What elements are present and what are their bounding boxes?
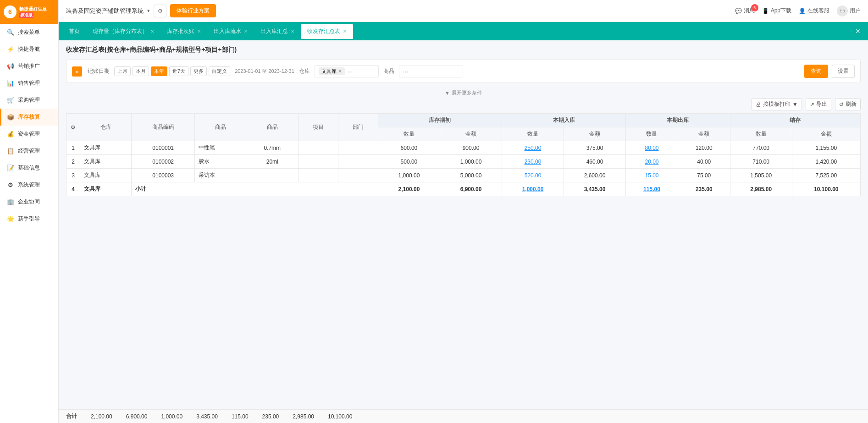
row-spec — [246, 169, 299, 182]
row-out-amt: 40.00 — [678, 155, 730, 169]
query-button[interactable]: 查询 — [804, 65, 828, 78]
total-out-qty: 115.00 — [232, 413, 249, 420]
row-in-qty[interactable]: 250.00 — [502, 141, 564, 155]
filter-panel: » 记账日期 上月 本月 本年 近7天 更多 自定义 2023-01-01 至 … — [66, 60, 861, 83]
tab-inventory-dist[interactable]: 现存量（库存分布表） ✕ — [86, 24, 160, 39]
main-area: 装备及固定资产辅助管理系统 ▾ ⚙ 体验行业方案 💬 消息 6 📱 App下载 … — [59, 0, 868, 423]
col-spec-header: 商品 — [246, 114, 299, 141]
sidebar-item-search[interactable]: 🔍 搜索菜单 — [0, 24, 58, 41]
row-out-amt: 120.00 — [678, 141, 730, 155]
row-close-qty: 770.00 — [730, 141, 792, 155]
app-download-button[interactable]: 📱 App下载 — [762, 7, 791, 15]
date-btn-last-month[interactable]: 上月 — [114, 66, 131, 76]
sidebar-item-enterprise[interactable]: 🏢 企业协同 — [0, 193, 58, 210]
tab-close-icon[interactable]: ✕ — [244, 29, 248, 34]
header-right: 💬 消息 6 📱 App下载 👤 在线客服 Ea 用户 — [735, 5, 861, 16]
date-btn-this-month[interactable]: 本月 — [133, 66, 149, 76]
table-settings-icon[interactable]: ⚙ — [71, 124, 76, 131]
filter-settings-button[interactable]: 设置 — [832, 65, 855, 78]
row-project — [299, 155, 338, 169]
experience-button[interactable]: 体验行业方案 — [170, 4, 216, 17]
sidebar-item-marketing[interactable]: 📢 营销推广 — [0, 58, 58, 75]
finance-icon: 💰 — [7, 131, 14, 137]
total-open-qty: 2,100.00 — [91, 413, 112, 420]
row-name: 中性笔 — [195, 141, 246, 155]
row-out-qty[interactable]: 20.00 — [626, 155, 678, 169]
total-label: 合计 — [66, 412, 77, 420]
page-title: 收发存汇总表(按仓库+商品编码+商品+规格型号+项目+部门) — [66, 46, 861, 54]
row-in-qty[interactable]: 230.00 — [502, 155, 564, 169]
total-open-amt: 6,900.00 — [126, 413, 148, 420]
row-spec: 20ml — [246, 155, 299, 169]
product-filter-field[interactable]: ··· — [399, 66, 463, 77]
warehouse-more-icon[interactable]: ··· — [348, 68, 353, 75]
date-btn-more[interactable]: 更多 — [190, 66, 207, 76]
subtotal-out-qty[interactable]: 115.00 — [626, 182, 678, 196]
tab-inout-summary[interactable]: 出入库汇总 ✕ — [254, 24, 301, 39]
subtotal-label: 小计 — [132, 182, 378, 196]
tab-home[interactable]: 首页 — [62, 24, 86, 39]
col-in-qty-header: 数量 — [502, 127, 564, 141]
tab-bar-close-icon[interactable]: ✕ — [851, 26, 864, 37]
sidebar-item-base-info[interactable]: 📝 基础信息 — [0, 159, 58, 176]
search-icon: 🔍 — [7, 29, 14, 36]
row-code: 0100002 — [132, 155, 195, 169]
header-left: 装备及固定资产辅助管理系统 ▾ ⚙ 体验行业方案 — [66, 4, 216, 17]
col-project-header: 项目 — [299, 114, 338, 141]
export-button[interactable]: ↗ 导出 — [806, 98, 831, 110]
export-icon: ↗ — [810, 101, 814, 108]
warehouse-filter-field[interactable]: 文具库 ✕ ··· — [315, 65, 379, 77]
sidebar-item-quick-nav[interactable]: ⚡ 快捷导航 — [0, 41, 58, 58]
row-index: 2 — [66, 155, 80, 169]
message-button[interactable]: 💬 消息 6 — [735, 7, 755, 15]
service-icon: 👤 — [799, 8, 806, 14]
row-in-amt: 375.00 — [564, 141, 626, 155]
sidebar-item-finance[interactable]: 💰 资金管理 — [0, 126, 58, 143]
tab-inout-flow[interactable]: 出入库流水 ✕ — [207, 24, 254, 39]
tab-batch[interactable]: 库存批次账 ✕ — [160, 24, 207, 39]
row-out-qty[interactable]: 15.00 — [626, 169, 678, 182]
date-btn-custom[interactable]: 自定义 — [209, 66, 230, 76]
print-dropdown-icon: ▼ — [792, 101, 798, 108]
row-out-qty[interactable]: 80.00 — [626, 141, 678, 155]
subtotal-in-amt: 3,435.00 — [564, 182, 626, 196]
user-menu[interactable]: Ea 用户 — [837, 5, 861, 16]
row-close-qty: 1,505.00 — [730, 169, 792, 182]
warehouse-tag-close[interactable]: ✕ — [338, 68, 342, 74]
tab-close-icon[interactable]: ✕ — [197, 29, 201, 34]
sidebar-item-sales[interactable]: 📊 销售管理 — [0, 75, 58, 92]
col-code-header: 商品编码 — [132, 114, 195, 141]
row-open-amt: 900.00 — [440, 141, 502, 155]
sidebar-item-operations[interactable]: 📋 经营管理 — [0, 143, 58, 159]
sidebar-item-inventory[interactable]: 📦 库存核算 — [0, 109, 58, 126]
settings-button[interactable]: ⚙ — [154, 5, 166, 17]
sidebar-item-purchase[interactable]: 🛒 采购管理 — [0, 92, 58, 109]
sidebar-item-guide[interactable]: 🌟 新手引导 — [0, 210, 58, 227]
row-warehouse: 文具库 — [80, 169, 132, 182]
subtotal-open-qty: 2,100.00 — [378, 182, 440, 196]
sidebar-item-system[interactable]: ⚙ 系统管理 — [0, 176, 58, 193]
date-btn-this-year[interactable]: 本年 — [151, 66, 167, 76]
sales-icon: 📊 — [7, 80, 14, 87]
date-btn-7days[interactable]: 近7天 — [169, 66, 188, 76]
user-avatar: Ea — [837, 5, 848, 16]
col-in-amt-header: 金额 — [564, 127, 626, 141]
refresh-button[interactable]: ↺ 刷新 — [835, 98, 861, 110]
tab-receive-summary[interactable]: 收发存汇总表 ✕ — [301, 24, 353, 39]
expand-conditions-button[interactable]: ▼ 展开更多条件 — [445, 89, 482, 96]
warehouse-filter-label: 仓库 — [299, 67, 310, 75]
tab-close-icon[interactable]: ✕ — [291, 29, 294, 34]
col-settings-header[interactable]: ⚙ — [66, 114, 80, 141]
tab-close-icon[interactable]: ✕ — [150, 29, 154, 34]
online-service-button[interactable]: 👤 在线客服 — [799, 7, 829, 15]
col-dept-header: 部门 — [338, 114, 378, 141]
row-in-qty[interactable]: 520.00 — [502, 169, 564, 182]
filter-toggle-button[interactable]: » — [72, 66, 82, 77]
total-in-qty: 1,000.00 — [161, 413, 182, 420]
subtotal-in-qty[interactable]: 1,000.00 — [502, 182, 564, 196]
tab-close-active-icon[interactable]: ✕ — [343, 29, 347, 34]
system-dropdown[interactable]: ▾ — [147, 8, 150, 14]
print-button[interactable]: 🖨 按模板打印 ▼ — [752, 98, 802, 110]
product-more-icon[interactable]: ··· — [403, 68, 409, 75]
print-icon: 🖨 — [756, 101, 761, 108]
